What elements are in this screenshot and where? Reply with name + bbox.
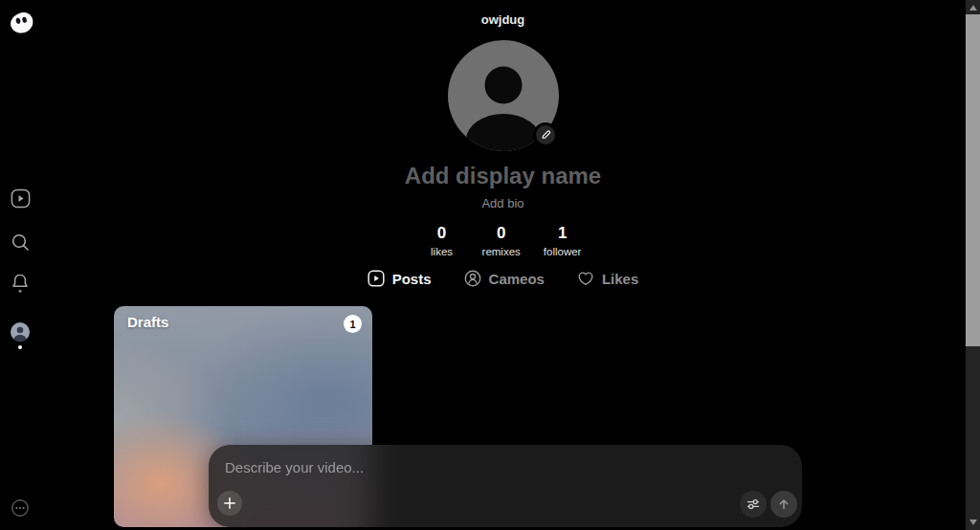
blob-mascot-logo-icon (8, 11, 34, 37)
posts-play-square-icon (368, 270, 385, 287)
pencil-icon (540, 129, 551, 141)
scrollbar-thumb[interactable] (966, 14, 980, 346)
stat-likes: 0 likes (425, 224, 459, 258)
sliders-icon (746, 497, 760, 511)
profile-avatar-icon (11, 322, 30, 342)
stat-likes-label: likes (431, 246, 453, 258)
profile-page: owjdug Add display name Add bio (0, 0, 980, 530)
bell-icon (11, 273, 30, 295)
profile-avatar[interactable] (448, 40, 559, 151)
tab-cameos[interactable]: Cameos (464, 270, 545, 287)
stat-follower-value: 1 (558, 224, 567, 243)
active-page-indicator-dot (18, 345, 22, 349)
drafts-count-badge: 1 (344, 315, 362, 333)
vertical-scrollbar (966, 0, 980, 530)
tab-likes-label: Likes (602, 271, 638, 287)
scrollbar-down-arrow[interactable] (969, 519, 977, 525)
edit-avatar-button[interactable] (533, 122, 558, 147)
add-attachment-button[interactable] (217, 491, 242, 516)
tab-cameos-label: Cameos (489, 271, 545, 287)
heart-icon (577, 270, 594, 287)
submit-prompt-button[interactable] (770, 491, 797, 518)
profile-tabs: Posts Cameos Likes (368, 270, 639, 287)
person-circle-icon (464, 270, 481, 287)
page-title-username: owjdug (481, 12, 525, 28)
stat-follower-label: follower (544, 246, 582, 258)
generation-settings-button[interactable] (740, 491, 767, 518)
sidebar-item-search[interactable] (0, 232, 40, 252)
plus-icon (222, 496, 237, 511)
arrow-up-icon (777, 497, 791, 511)
more-circle-icon (11, 498, 30, 518)
add-display-name-button[interactable]: Add display name (405, 164, 601, 188)
sidebar-item-profile[interactable] (0, 322, 40, 349)
app-logo-button[interactable] (8, 11, 34, 37)
tab-posts[interactable]: Posts (368, 270, 432, 287)
stat-remixes: 0 remixes (482, 224, 521, 258)
video-prompt-composer (209, 445, 802, 527)
tab-likes[interactable]: Likes (577, 270, 638, 287)
stat-remixes-value: 0 (497, 224, 505, 243)
play-square-icon (11, 188, 31, 209)
sidebar-item-notifications[interactable] (0, 273, 40, 295)
stat-likes-value: 0 (437, 224, 446, 243)
add-bio-button[interactable]: Add bio (481, 196, 523, 211)
profile-main: owjdug Add display name Add bio (40, 0, 966, 287)
search-icon (11, 232, 30, 252)
profile-stats: 0 likes 0 remixes 1 follower (425, 224, 582, 258)
prompt-input[interactable] (223, 457, 667, 488)
sidebar-item-more[interactable] (0, 498, 40, 518)
stat-follower: 1 follower (544, 224, 582, 258)
sidebar-item-explore[interactable] (0, 188, 40, 209)
scrollbar-up-arrow[interactable] (969, 5, 977, 11)
drafts-card-title: Drafts (127, 314, 168, 330)
stat-remixes-label: remixes (482, 246, 521, 258)
tab-posts-label: Posts (392, 271, 432, 287)
